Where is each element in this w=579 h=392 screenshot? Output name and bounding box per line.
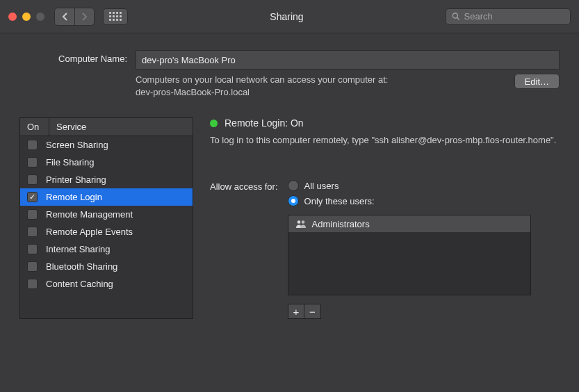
service-checkbox[interactable] [27, 157, 38, 168]
svg-point-0 [452, 13, 457, 18]
status-indicator-icon [210, 120, 218, 127]
grid-icon [109, 12, 122, 21]
service-label: Screen Sharing [46, 140, 108, 150]
minimize-window-button[interactable] [22, 13, 31, 21]
allow-access-label: Allow access for: [210, 180, 278, 192]
service-checkbox[interactable] [27, 227, 38, 237]
service-row[interactable]: Content Caching [20, 275, 193, 293]
service-detail: Remote Login: On To log in to this compu… [210, 117, 560, 319]
titlebar: Sharing [0, 0, 579, 33]
service-label: Remote Apple Events [46, 227, 133, 237]
service-label: Printer Sharing [46, 174, 106, 185]
users-icon [295, 220, 307, 228]
service-checkbox[interactable] [27, 140, 38, 150]
service-label: Bluetooth Sharing [46, 261, 117, 272]
add-user-button[interactable]: + [288, 304, 304, 318]
nav-buttons [54, 8, 95, 26]
edit-hostname-button[interactable]: Edit… [514, 74, 560, 89]
radio-all-users[interactable]: All users [288, 180, 531, 191]
user-list[interactable]: Administrators [288, 215, 531, 295]
radio-only-label: Only these users: [304, 196, 375, 206]
service-row[interactable]: Remote Login [20, 188, 193, 206]
service-row[interactable]: File Sharing [20, 154, 193, 171]
service-row[interactable]: Screen Sharing [20, 136, 193, 154]
search-icon [452, 12, 460, 21]
service-checkbox[interactable] [27, 261, 38, 272]
radio-icon [288, 195, 299, 206]
login-hint: To log in to this computer remotely, typ… [210, 134, 560, 147]
radio-all-label: All users [304, 181, 339, 191]
window-title: Sharing [133, 11, 440, 22]
radio-only-these-users[interactable]: Only these users: [288, 195, 531, 206]
service-label: Internet Sharing [46, 244, 111, 254]
svg-point-2 [297, 220, 300, 224]
service-list: On Service Screen SharingFile SharingPri… [19, 117, 193, 319]
add-remove-buttons: + − [288, 304, 321, 319]
zoom-window-button [36, 13, 44, 21]
service-checkbox[interactable] [27, 209, 38, 220]
header-on: On [20, 118, 49, 136]
service-list-header: On Service [20, 118, 193, 136]
remove-user-button[interactable]: − [304, 304, 320, 318]
user-label: Administrators [312, 219, 370, 229]
service-checkbox[interactable] [27, 279, 38, 289]
search-input[interactable] [464, 11, 564, 22]
service-row[interactable]: Internet Sharing [20, 240, 193, 258]
status-label: Remote Login: On [225, 117, 304, 129]
service-checkbox[interactable] [27, 174, 38, 185]
user-row[interactable]: Administrators [288, 215, 530, 232]
search-field[interactable] [446, 8, 571, 25]
computer-name-section: Computer Name: Computers on your local n… [0, 33, 579, 109]
service-label: Remote Login [46, 192, 102, 202]
close-window-button[interactable] [8, 13, 17, 21]
svg-line-1 [457, 17, 459, 19]
service-row[interactable]: Remote Apple Events [20, 223, 193, 240]
computer-name-label: Computer Name: [19, 50, 127, 64]
service-row[interactable]: Bluetooth Sharing [20, 258, 193, 275]
computer-name-description: Computers on your local network can acce… [136, 74, 506, 98]
service-checkbox[interactable] [27, 192, 38, 202]
radio-icon [288, 180, 299, 191]
service-row[interactable]: Printer Sharing [20, 171, 193, 188]
svg-point-3 [301, 220, 304, 224]
service-label: File Sharing [46, 157, 94, 168]
service-label: Remote Management [46, 209, 133, 220]
computer-name-input[interactable] [136, 50, 560, 70]
forward-button [74, 8, 94, 25]
back-button[interactable] [55, 8, 74, 25]
show-all-button[interactable] [103, 8, 128, 25]
service-label: Content Caching [46, 279, 113, 289]
traffic-lights [8, 13, 44, 21]
service-row[interactable]: Remote Management [20, 206, 193, 223]
service-checkbox[interactable] [27, 244, 38, 254]
header-service: Service [49, 122, 86, 132]
